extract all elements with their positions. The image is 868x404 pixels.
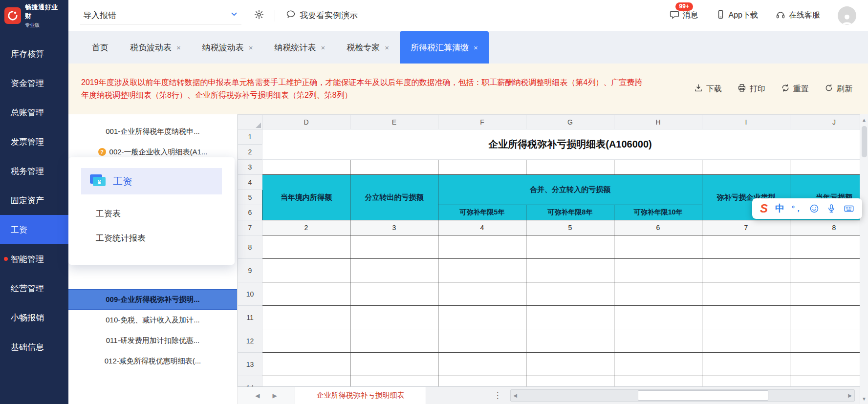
header-cell-split-out-loss[interactable]: 分立转出的亏损额 <box>350 175 438 220</box>
horizontal-scroll-thumb[interactable] <box>638 390 768 401</box>
scroll-left-arrow[interactable]: ◀ <box>511 393 520 398</box>
scroll-right-arrow[interactable]: ▶ <box>846 393 854 398</box>
sidebar-item-reimburse[interactable]: 小畅报销 <box>0 303 68 332</box>
cell[interactable] <box>702 259 790 282</box>
column-header-h[interactable]: H <box>614 115 702 129</box>
reset-button[interactable]: 重置 <box>781 84 809 94</box>
cell[interactable] <box>702 282 790 306</box>
header-cell-10yr[interactable]: 可弥补年限10年 <box>614 205 702 220</box>
cell[interactable] <box>790 259 860 282</box>
cell[interactable] <box>350 160 438 175</box>
report-item-001[interactable]: 001-企业所得税年度纳税申... <box>68 121 237 142</box>
horizontal-scrollbar[interactable]: ◀ ▶ <box>510 389 855 402</box>
cell[interactable] <box>614 306 702 329</box>
row-header[interactable]: 14 <box>238 376 262 387</box>
cell[interactable] <box>526 329 614 353</box>
cell[interactable] <box>350 259 438 282</box>
tab-tax-statistics[interactable]: 纳税统计表× <box>264 31 336 64</box>
ime-logo-icon[interactable]: S <box>760 202 768 215</box>
cell[interactable] <box>350 376 438 387</box>
row-header[interactable]: 12 <box>238 329 262 353</box>
support-button[interactable]: 在线客服 <box>776 10 820 21</box>
microphone-icon[interactable] <box>826 204 836 213</box>
cell[interactable] <box>702 160 790 175</box>
flyout-item-salary-table[interactable]: 工资表 <box>68 201 235 226</box>
report-item-009-selected[interactable]: 009-企业所得税弥补亏损明... <box>68 289 237 310</box>
row-header[interactable]: 11 <box>238 306 262 329</box>
cell[interactable] <box>614 353 702 376</box>
cell[interactable] <box>526 160 614 175</box>
column-number-cell[interactable]: 7 <box>702 220 790 235</box>
sidebar-item-inventory[interactable]: 库存核算 <box>0 39 68 68</box>
cell[interactable] <box>790 282 860 306</box>
cell[interactable] <box>438 235 526 259</box>
scroll-up-arrow[interactable]: ▲ <box>860 114 868 125</box>
cell[interactable] <box>262 376 350 387</box>
sidebar-item-tax[interactable]: 税务管理 <box>0 156 68 186</box>
prev-sheet-arrow[interactable]: ◀ <box>255 392 260 399</box>
select-all-corner[interactable] <box>238 115 262 129</box>
column-number-cell[interactable]: 5 <box>526 220 614 235</box>
cell[interactable] <box>790 160 860 175</box>
column-number-cell[interactable]: 8 <box>790 220 860 235</box>
cell[interactable] <box>262 282 350 306</box>
tab-tax-expert[interactable]: 税检专家× <box>336 31 400 64</box>
row-header[interactable]: 5 <box>238 190 262 205</box>
cell[interactable] <box>702 235 790 259</box>
ime-language-toggle[interactable]: 中 <box>775 202 784 215</box>
cell[interactable] <box>526 353 614 376</box>
row-header[interactable]: 10 <box>238 282 262 306</box>
cell[interactable] <box>702 376 790 387</box>
scroll-down-arrow[interactable]: ▼ <box>860 393 868 404</box>
row-header[interactable]: 1 <box>238 129 262 145</box>
cell[interactable] <box>702 353 790 376</box>
column-number-cell[interactable]: 6 <box>614 220 702 235</box>
header-cell-5yr[interactable]: 可弥补年限5年 <box>438 205 526 220</box>
sheet-menu-dots[interactable]: ⋮ <box>490 387 505 404</box>
cell[interactable] <box>614 376 702 387</box>
cell[interactable] <box>262 259 350 282</box>
column-number-cell[interactable]: 4 <box>438 220 526 235</box>
column-header-e[interactable]: E <box>350 115 438 129</box>
avatar[interactable] <box>838 6 856 25</box>
cell[interactable] <box>614 329 702 353</box>
close-icon[interactable]: × <box>321 43 326 52</box>
report-item-012[interactable]: 012-减免所得税优惠明细表(... <box>68 351 237 371</box>
cell[interactable] <box>350 306 438 329</box>
cell[interactable] <box>702 306 790 329</box>
cell[interactable] <box>438 329 526 353</box>
flyout-item-salary-report[interactable]: 工资统计报表 <box>68 226 235 250</box>
cell[interactable] <box>350 235 438 259</box>
cell[interactable] <box>526 376 614 387</box>
column-header-i[interactable]: I <box>702 115 790 129</box>
tab-tax-burden[interactable]: 税负波动表× <box>119 31 192 64</box>
header-cell-domestic-income[interactable]: 当年境内所得额 <box>262 175 350 220</box>
sidebar-item-business-mgmt[interactable]: 经营管理 <box>0 274 68 303</box>
cell[interactable] <box>614 235 702 259</box>
tab-tax-fluctuation[interactable]: 纳税波动表× <box>192 31 264 64</box>
close-icon[interactable]: × <box>474 43 478 52</box>
row-header[interactable]: 13 <box>238 353 262 376</box>
print-button[interactable]: 打印 <box>738 84 765 94</box>
close-icon[interactable]: × <box>176 43 181 52</box>
cell[interactable] <box>350 353 438 376</box>
close-icon[interactable]: × <box>249 43 253 52</box>
vertical-scrollbar[interactable]: ▲ ▼ <box>860 114 868 404</box>
cell[interactable] <box>262 353 350 376</box>
column-number-cell[interactable]: 3 <box>350 220 438 235</box>
cell[interactable] <box>438 259 526 282</box>
cell[interactable] <box>790 329 860 353</box>
sidebar-item-smart-mgmt[interactable]: 智能管理 <box>0 244 68 274</box>
cell[interactable] <box>438 160 526 175</box>
cell[interactable] <box>614 282 702 306</box>
column-number-cell[interactable]: 2 <box>262 220 350 235</box>
cell[interactable] <box>526 306 614 329</box>
emoji-icon[interactable] <box>809 204 819 213</box>
cell[interactable] <box>438 282 526 306</box>
close-icon[interactable]: × <box>385 43 389 52</box>
cell[interactable] <box>262 329 350 353</box>
cell[interactable] <box>790 376 860 387</box>
import-error-dropdown[interactable]: 导入报错 <box>80 6 241 25</box>
row-header[interactable]: 7 <box>238 220 262 235</box>
vertical-scroll-thumb[interactable] <box>862 126 867 157</box>
